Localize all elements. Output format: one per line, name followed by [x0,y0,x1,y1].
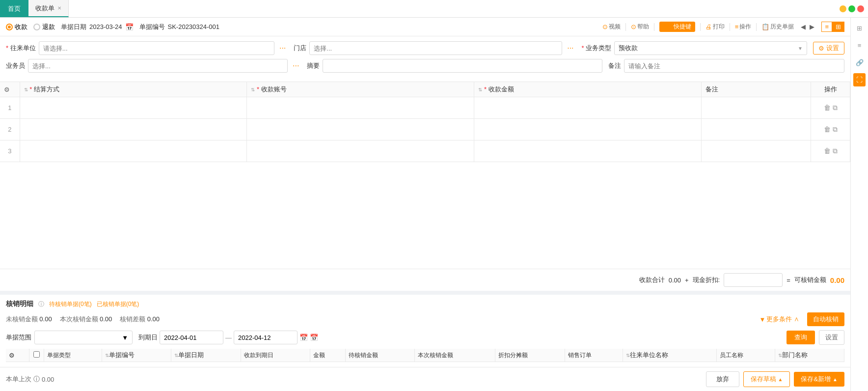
maximize-button[interactable] [848,5,855,12]
delete-icon-1[interactable]: 🗑 [824,104,831,112]
main-container: 收款 退款 单据日期 2023-03-24 📅 单据编号 SK-20230324… [0,18,868,391]
wcol-date: ⇅单据日期 [171,349,241,362]
home-tab[interactable]: 首页 [0,0,28,17]
end-calendar-icon[interactable]: 📅 [310,334,318,341]
form-row-2: 业务员 ··· 摘要 备注 [6,59,844,73]
sidebar-list-icon[interactable]: ≡ [855,39,865,52]
view-grid-btn[interactable]: ⊞ [832,22,844,32]
view-list-btn[interactable]: ≡ [821,22,832,32]
writeoff-info-icon[interactable]: ⓘ [38,300,44,308]
help-btn[interactable]: ⊙ 帮助 [631,23,649,31]
save-new-arrow-icon: ▲ [833,377,838,382]
business-type-select[interactable]: 预收款 ▼ [614,41,807,55]
minimize-button[interactable] [840,5,846,12]
sidebar-expand-icon[interactable]: ⛶ [853,73,866,86]
writeoff-stats: 未核销金额 0.00 本次核销金额 0.00 核销差额 0.00 ▼ 更多条件 … [6,312,844,326]
tab-label: 收款单 [35,4,54,13]
col-settle-method: ⇅ * 结算方式 [20,82,247,97]
copy-icon-2[interactable]: ⧉ [833,125,838,134]
nav-prev-btn[interactable]: ◀ [800,22,807,31]
cell-amount-3[interactable] [474,140,702,162]
summary-label: 摘要 [307,61,320,70]
wcol-counterparty: ⇅往来单位名称 [623,349,717,362]
cell-note-2[interactable] [702,119,811,140]
print-btn[interactable]: 🖨 打印 [705,23,725,31]
history-btn[interactable]: 📋 历史单据 [761,23,794,31]
delete-icon-2[interactable]: 🗑 [824,125,831,134]
table-settings-icon[interactable]: ⚙ [4,86,10,93]
cell-note-1[interactable] [702,97,811,119]
plus-label: + [685,277,689,284]
receipt-table-section: ⚙ ⇅ * 结算方式 ⇅ * 收款账号 ⇅ [0,82,850,269]
radio-receipt[interactable]: 收款 [6,23,27,31]
settings-button[interactable]: ⚙ 设置 [813,42,844,55]
writeoff-table: ⚙ 单据类型 ⇅单据编号 ⇅单据日期 收款到期日 金额 待核销金额 本次核销金额… [6,349,844,362]
counterparty-more-icon[interactable]: ··· [277,44,288,53]
store-input[interactable] [309,41,562,55]
query-button[interactable]: 查询 [787,331,815,344]
cell-amount-2[interactable] [474,119,702,140]
receipt-tab[interactable]: 收款单 ✕ [28,0,69,17]
cell-settle-1[interactable] [20,97,247,119]
window-controls [836,5,868,12]
range-select[interactable]: ▼ [34,331,133,344]
sidebar-table-icon[interactable]: ⊞ [854,22,865,35]
save-new-button[interactable]: 保存&新增 ▲ [794,372,844,387]
counterparty-input[interactable] [39,41,274,55]
auto-writeoff-button[interactable]: 自动核销 [807,312,844,326]
select-all-checkbox[interactable] [33,351,40,358]
wcol-current: 本次核销金额 [414,349,495,362]
discount-input[interactable] [724,273,783,287]
nav-next-btn[interactable]: ▶ [809,22,815,31]
operation-btn[interactable]: ≡ 操作 [735,23,752,31]
copy-icon-1[interactable]: ⧉ [833,104,838,112]
cell-note-3[interactable] [702,140,811,162]
calendar-icon[interactable]: 📅 [125,23,134,31]
sidebar-link-icon[interactable]: 🔗 [853,56,867,69]
cell-settle-3[interactable] [20,140,247,162]
cell-amount-1[interactable] [474,97,702,119]
due-date-start-input[interactable] [160,331,223,344]
wcol-due: 收款到期日 [241,349,310,362]
wcol-gear: ⚙ [6,349,29,362]
close-button[interactable] [857,5,864,12]
keyboard-icon: ⌨ [663,23,673,30]
cell-account-1[interactable] [247,97,474,119]
save-draft-button[interactable]: 保存草稿 ▲ [743,371,790,387]
discard-button[interactable]: 放弃 [706,371,739,387]
cell-account-2[interactable] [247,119,474,140]
stat-diff-value: 0.00 [147,315,160,323]
more-conditions-btn[interactable]: ▼ 更多条件 ∧ [760,315,800,324]
col-receipt-account: ⇅ * 收款账号 [247,82,474,97]
copy-icon-3[interactable]: ⧉ [833,147,838,155]
filter-row: 单据范围 ▼ 到期日 — 📅 📅 查询 设置 [6,330,844,345]
divider5 [756,23,757,31]
writeoff-settings-button[interactable]: 设置 [819,330,844,345]
radio-refund[interactable]: 退款 [33,23,55,31]
salesperson-more-icon[interactable]: ··· [291,61,301,70]
done-tab[interactable]: 已核销单据(0笔) [97,300,139,308]
wcol-check [29,349,44,362]
salesperson-input[interactable] [28,59,288,73]
shortcut-btn[interactable]: ⌨ 快捷键 [659,22,695,32]
row-op-icons-3: 🗑 ⧉ [815,147,846,155]
note-input[interactable] [624,59,844,73]
stat-unwritten: 未核销金额 0.00 [6,315,52,324]
wcol-dept: ⇅部门名称 [775,349,844,362]
video-btn[interactable]: ⊙ 视频 [602,23,621,31]
due-date-end-input[interactable] [234,331,298,344]
summary-input[interactable] [323,59,602,73]
nav-buttons: ◀ ▶ [800,22,815,31]
store-more-icon[interactable]: ··· [565,44,575,53]
cell-op-2: 🗑 ⧉ [811,119,850,140]
writeoff-gear-icon[interactable]: ⚙ [9,352,15,359]
tab-close-icon[interactable]: ✕ [57,5,61,11]
footer-info-icon[interactable]: ⓘ [33,375,40,384]
toolbar: 收款 退款 单据日期 2023-03-24 📅 单据编号 SK-20230324… [0,18,850,36]
start-calendar-icon[interactable]: 📅 [299,334,308,341]
pending-tab[interactable]: 待核销单据(0笔) [49,300,92,308]
footer-info-label: 本单上次 [6,375,31,384]
delete-icon-3[interactable]: 🗑 [824,147,831,155]
cell-settle-2[interactable] [20,119,247,140]
cell-account-3[interactable] [247,140,474,162]
